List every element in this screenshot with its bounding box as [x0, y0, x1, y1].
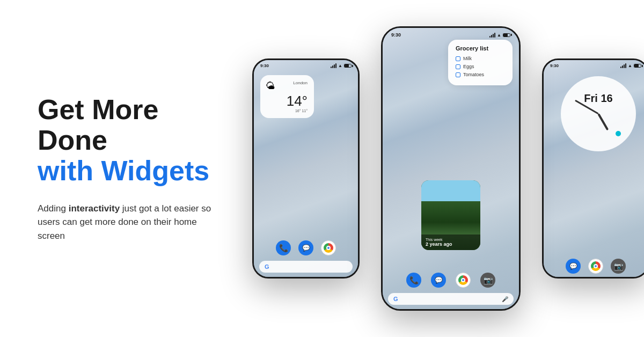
message-app-icon[interactable]: 💬 — [298, 240, 313, 255]
left-section: Get More Done with Widgets Adding intera… — [0, 62, 258, 275]
photo-widget[interactable]: This week 2 years ago — [421, 180, 480, 250]
clock-widget[interactable]: Fri 16 — [561, 76, 631, 146]
google-g-icon: G — [265, 263, 269, 270]
checkbox-eggs[interactable] — [456, 64, 460, 69]
subtext-bold: interactivity — [69, 203, 120, 214]
center-message-app-icon[interactable]: 💬 — [431, 273, 446, 288]
photo-label: This week — [426, 238, 476, 241]
phone-app-icon[interactable]: 📞 — [276, 240, 291, 255]
grocery-label-tomatoes: Tomatoes — [463, 72, 484, 77]
photo-sublabel: 2 years ago — [426, 241, 476, 247]
weather-range: 16° 11° — [267, 109, 308, 113]
subtext: Adding interactivity just got a lot easi… — [38, 202, 225, 243]
center-google-g-icon: G — [393, 296, 398, 302]
center-phone-dock: 📞 💬 📷 G 🎤 — [383, 269, 519, 309]
right-wifi-icon: ▲ — [628, 63, 632, 68]
right-chrome-icon — [591, 261, 601, 271]
left-phone-time: 9:30 — [260, 63, 269, 68]
sun-icon: 🌤 — [266, 80, 275, 92]
chrome-icon — [324, 243, 333, 253]
left-phone-dock: 📞 💬 G — [254, 237, 358, 277]
chrome-app-icon[interactable] — [321, 240, 336, 255]
checkbox-milk[interactable] — [456, 56, 460, 61]
right-phone-dock: 💬 📷 — [544, 255, 644, 277]
center-wifi-icon: ▲ — [497, 33, 501, 38]
center-camera-app-icon[interactable]: 📷 — [480, 273, 495, 288]
center-phone-time: 9:30 — [391, 32, 401, 38]
center-search-bar[interactable]: G 🎤 — [388, 293, 514, 305]
phone-right: 9:30 ▲ Fri 16 — [542, 58, 644, 279]
right-phone-time: 9:30 — [550, 63, 559, 68]
grocery-label-eggs: Eggs — [463, 64, 474, 69]
clock-date: Fri 16 — [584, 92, 612, 105]
center-message-icon: 💬 — [435, 276, 443, 284]
phone-icon: 📞 — [279, 244, 288, 252]
center-phone-icon: 📞 — [409, 276, 419, 284]
subtext-prefix: Adding — [38, 203, 69, 214]
center-chrome-app-icon[interactable] — [456, 273, 471, 288]
weather-widget: 🌤 London 14° 16° 11° — [260, 75, 314, 118]
grocery-title: Grocery list — [456, 45, 505, 52]
right-camera-icon: 📷 — [614, 262, 623, 270]
clock-hour-hand — [597, 113, 609, 130]
phones-section: 9:30 ▲ 🌤 London 14° — [258, 0, 644, 337]
checkbox-tomatoes[interactable] — [456, 72, 460, 77]
right-message-icon: 💬 — [569, 262, 577, 270]
clock-dot — [616, 131, 621, 136]
center-chrome-icon — [458, 275, 468, 285]
headline-line1: Get More Done — [38, 94, 158, 156]
center-phone-app-icon[interactable]: 📞 — [406, 273, 421, 288]
weather-temp: 14° — [267, 94, 308, 108]
photo-overlay: This week 2 years ago — [421, 235, 480, 250]
headline-line2: with Widgets — [38, 156, 225, 186]
grocery-item-milk[interactable]: Milk — [456, 56, 505, 61]
grocery-item-eggs[interactable]: Eggs — [456, 64, 505, 69]
phone-center: 9:30 ▲ Grocery list Milk — [381, 26, 521, 311]
right-chrome-app-icon[interactable] — [588, 259, 603, 274]
message-icon: 💬 — [302, 244, 310, 252]
grocery-item-tomatoes[interactable]: Tomatoes — [456, 72, 505, 77]
grocery-label-milk: Milk — [463, 56, 472, 61]
phone-left: 9:30 ▲ 🌤 London 14° — [252, 58, 360, 279]
google-assistant-icon: 🎤 — [502, 296, 508, 302]
right-camera-app-icon[interactable]: 📷 — [611, 259, 626, 274]
left-search-bar[interactable]: G — [259, 261, 353, 273]
headline: Get More Done with Widgets — [38, 94, 225, 187]
right-message-app-icon[interactable]: 💬 — [566, 259, 581, 274]
center-camera-icon: 📷 — [484, 276, 493, 284]
wifi-icon: ▲ — [338, 63, 342, 68]
grocery-widget[interactable]: Grocery list Milk Eggs Tomatoes — [448, 40, 513, 85]
